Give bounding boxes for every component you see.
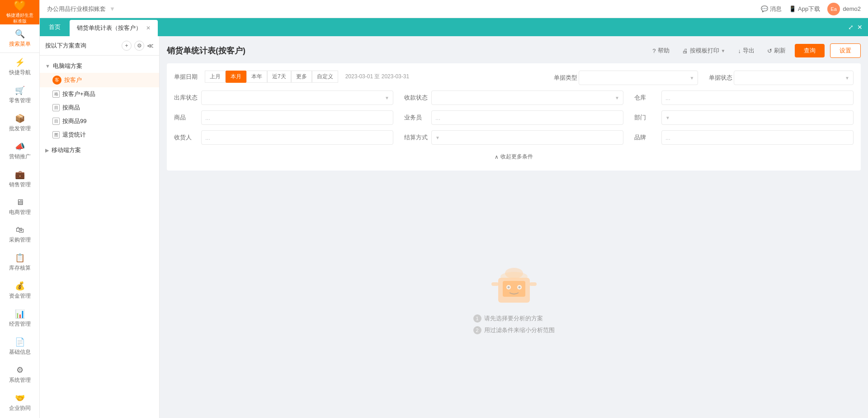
add-scheme-btn[interactable]: + <box>122 41 132 51</box>
status-label: 单据状态 <box>709 74 734 82</box>
sidebar-item-ecom-mgmt[interactable]: 🖥 电商管理 <box>0 193 40 221</box>
maximize-icon[interactable]: ⤢ <box>848 24 854 31</box>
department-label: 部门 <box>634 114 661 122</box>
date-btn-this-month[interactable]: 本月 <box>226 71 246 83</box>
svg-rect-7 <box>529 282 537 286</box>
collapse-more-btn[interactable]: ∧ 收起更多条件 <box>174 150 854 163</box>
type-arrow-icon: ▼ <box>689 76 694 81</box>
settle-select[interactable]: ▼ <box>431 130 623 145</box>
sidebar-label-system-mgmt: 系统管理 <box>9 376 31 384</box>
scheme-return-stat[interactable]: 图 退货统计 <box>40 128 159 142</box>
receiver-select[interactable]: ... <box>201 130 393 145</box>
sidebar-item-wholesale-mgmt[interactable]: 📦 批发管理 <box>0 109 40 137</box>
date-btn-last-month[interactable]: 上月 <box>205 71 226 83</box>
collect-status-filter: 收款状态 ▼ <box>404 90 623 105</box>
receiver-dots: ... <box>205 134 210 141</box>
settle-filter: 结算方式 ▼ <box>404 130 623 145</box>
salesperson-select[interactable]: ... <box>431 110 623 125</box>
settings-btn[interactable]: 设置 <box>830 43 861 58</box>
header-actions: 💬 消息 📱 App下载 Ea demo2 <box>761 3 861 15</box>
left-panel: 按以下方案查询 + ⚙ ≪ ▼ 电脑端方案 <box>40 36 160 418</box>
brand-select[interactable]: ... <box>661 130 854 145</box>
sidebar-item-system-mgmt[interactable]: ⚙ 系统管理 <box>0 361 40 389</box>
message-btn[interactable]: 💬 消息 <box>761 5 782 13</box>
type-label: 单据类型 <box>554 74 579 82</box>
warehouse-select[interactable]: ... <box>661 90 854 105</box>
sidebar-label-retail-mgmt: 零售管理 <box>9 97 31 104</box>
svg-point-9 <box>505 268 523 279</box>
date-selector: 上月 本月 本年 近7天 <box>205 71 338 83</box>
sidebar-label-ecom-mgmt: 电商管理 <box>9 209 31 216</box>
expand-icon: ▼ <box>45 63 50 69</box>
out-status-label: 出库状态 <box>174 94 201 102</box>
filter-section: 单据日期 上月 本月 本年 <box>167 63 861 171</box>
sidebar-item-purchase-mgmt[interactable]: 🛍 采购管理 <box>0 221 40 248</box>
help-btn[interactable]: ? 帮助 <box>649 45 673 57</box>
username: demo2 <box>843 5 861 12</box>
scheme-by-customer[interactable]: 客 按客户 <box>40 73 159 87</box>
sidebar-item-finance-mgmt[interactable]: 💰 资金管理 <box>0 276 40 304</box>
export-btn[interactable]: ↓ 导出 <box>735 45 759 57</box>
status-select[interactable]: ▼ <box>734 71 854 85</box>
by-customer-label: 按客户 <box>64 76 82 84</box>
scheme-by-goods[interactable]: 目 按商品 <box>40 101 159 114</box>
sidebar-item-ops-mgmt[interactable]: 📊 经营管理 <box>0 304 40 332</box>
empty-tip-1: 1 请先选择要分析的方案 <box>473 314 555 323</box>
out-status-select[interactable]: ▼ <box>201 90 393 105</box>
salesperson-label: 业务员 <box>404 114 431 122</box>
sidebar-item-marketing[interactable]: 📣 营销推广 <box>0 137 40 165</box>
department-select[interactable]: ▼ <box>661 110 854 125</box>
app-download-btn[interactable]: 📱 App下载 <box>789 5 820 13</box>
desktop-section-header[interactable]: ▼ 电脑端方案 <box>40 59 159 73</box>
empty-tip-2: 2 用过滤条件来缩小分析范围 <box>473 326 555 334</box>
sidebar-item-corp-agreement[interactable]: 🤝 企业协同 <box>0 389 40 417</box>
tab-home[interactable]: 首页 <box>40 18 70 36</box>
tip2-num: 2 <box>473 326 481 334</box>
sidebar-item-retail-mgmt[interactable]: 🛒 零售管理 <box>0 81 40 109</box>
mobile-section-header[interactable]: ▶ 移动端方案 <box>40 143 159 157</box>
scheme-by-goods-99[interactable]: 目 按商品99 <box>40 114 159 128</box>
date-btn-custom[interactable]: 自定义 <box>312 71 338 83</box>
sidebar-item-search-menu[interactable]: 🔍 搜索菜单 <box>0 24 40 53</box>
template-print-arrow-icon: ▼ <box>721 48 726 53</box>
date-btn-last-7[interactable]: 近7天 <box>267 71 291 83</box>
app-logo[interactable]: 🧡 畅捷通好生意 标准版 <box>0 0 40 24</box>
logo-icon: 🧡 <box>14 0 26 12</box>
ops-mgmt-icon: 📊 <box>15 309 25 319</box>
add-icon: + <box>125 43 128 49</box>
collapse-left-panel-btn[interactable]: ≪ <box>147 42 154 49</box>
print-icon: 🖨 <box>682 48 688 54</box>
brand-label: 品牌 <box>634 133 661 142</box>
by-customer-icon: 客 <box>52 76 61 85</box>
sidebar-label-sales-mgmt: 销售管理 <box>9 181 31 189</box>
sidebar-label-basic-info: 基础信息 <box>9 348 31 356</box>
sidebar-item-inventory-check[interactable]: 📋 库存核算 <box>0 248 40 276</box>
template-print-btn[interactable]: 🖨 按模板打印 ▼ <box>679 45 729 57</box>
close-window-icon[interactable]: ✕ <box>857 24 863 31</box>
salesperson-dots: ... <box>435 114 440 121</box>
edit-scheme-btn[interactable]: ⚙ <box>134 41 144 51</box>
tip1-num: 1 <box>473 314 481 323</box>
goods-select[interactable]: ... <box>201 110 393 125</box>
sidebar-item-sales-mgmt[interactable]: 💼 销售管理 <box>0 165 40 193</box>
date-btn-this-year[interactable]: 本年 <box>246 71 267 83</box>
sidebar-item-quick-nav[interactable]: ⚡ 快捷导航 <box>0 53 40 81</box>
tab-sales-stat[interactable]: 销货单统计表（按客户） ✕ <box>70 20 158 36</box>
by-goods-99-icon: 目 <box>52 118 60 125</box>
sidebar-label-marketing: 营销推广 <box>9 153 31 161</box>
collapse-label: 收起更多条件 <box>500 153 533 161</box>
date-btn-more[interactable]: 更多 <box>291 71 312 83</box>
date-label: 单据日期 <box>174 73 201 81</box>
breadcrumb-area: 办公用品行业模拟账套 ▼ <box>47 5 115 13</box>
type-select[interactable]: ▼ <box>579 71 698 85</box>
empty-tips: 1 请先选择要分析的方案 2 用过滤条件来缩小分析范围 <box>473 314 555 334</box>
refresh-btn[interactable]: ↺ 刷新 <box>764 45 789 57</box>
user-area[interactable]: Ea demo2 <box>827 3 861 15</box>
query-btn[interactable]: 查询 <box>795 44 825 57</box>
collect-status-select[interactable]: ▼ <box>431 90 623 105</box>
status-filter: 单据状态 ▼ <box>709 71 854 85</box>
tab-close-icon[interactable]: ✕ <box>146 25 151 31</box>
sidebar-item-basic-info[interactable]: 📄 基础信息 <box>0 332 40 361</box>
scheme-by-customer-goods[interactable]: 格 按客户+商品 <box>40 87 159 101</box>
export-icon: ↓ <box>738 48 741 54</box>
